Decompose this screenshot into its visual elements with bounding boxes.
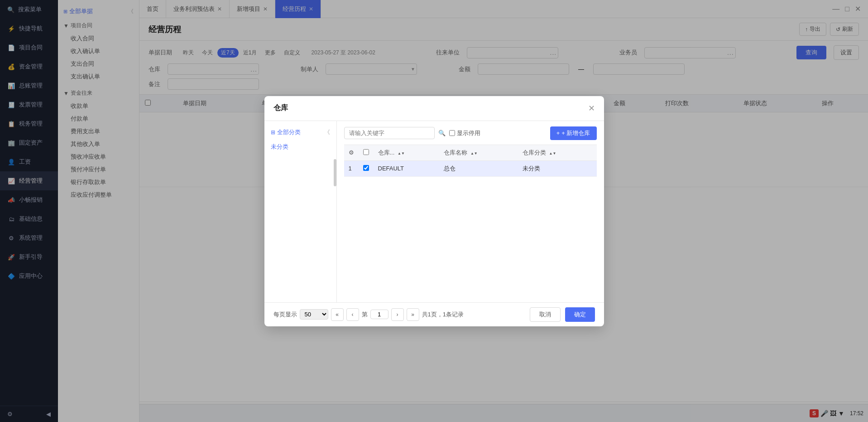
modal-page-label: 第 (362, 310, 368, 319)
sort-code[interactable]: ▲▼ (398, 152, 405, 155)
modal-sidebar-scroll (264, 155, 336, 298)
row-select-1[interactable] (363, 165, 369, 171)
modal-table-header: ⚙ 仓库... ▲▼ 仓库名称 ▲▼ 仓库分类 (344, 145, 597, 160)
confirm-button[interactable]: 确定 (565, 307, 595, 322)
sort-category[interactable]: ▲▼ (549, 152, 556, 155)
show-disabled-checkbox[interactable] (449, 130, 455, 136)
row-id: 1 (344, 160, 359, 176)
modal-toolbar: 🔍 显示停用 + + 新增仓库 (344, 126, 597, 140)
modal-main-content: 🔍 显示停用 + + 新增仓库 ⚙ (337, 121, 604, 302)
modal-overlay: 仓库 ✕ ⊞ 全部分类 《 未分类 (0, 0, 868, 422)
row-category: 未分类 (518, 160, 597, 176)
modal-search-input[interactable] (344, 127, 435, 139)
modal-footer: 每页显示 50 « ‹ 第 › » 共1页，1条记录 取消 确定 (264, 302, 604, 326)
scrollbar-thumb[interactable] (334, 159, 336, 186)
modal-title: 仓库 (273, 103, 288, 113)
modal-last-page[interactable]: » (407, 308, 419, 321)
row-name: 总仓 (439, 160, 518, 176)
show-disabled-label: 显示停用 (449, 129, 480, 137)
modal-search-icon[interactable]: 🔍 (438, 130, 446, 136)
modal-footer-btns: 取消 确定 (530, 307, 595, 322)
modal-per-page-select[interactable]: 50 (300, 309, 328, 320)
grid-icon: ⊞ (271, 129, 275, 136)
modal-total-label: 共1页，1条记录 (422, 310, 464, 319)
modal-first-page[interactable]: « (331, 308, 344, 321)
warehouse-modal: 仓库 ✕ ⊞ 全部分类 《 未分类 (264, 96, 604, 326)
modal-search-wrap: 🔍 显示停用 (344, 127, 480, 139)
all-category[interactable]: ⊞ 全部分类 (271, 128, 301, 136)
modal-prev-page[interactable]: ‹ (346, 308, 359, 321)
modal-col-name: 仓库名称 ▲▼ (439, 145, 518, 160)
modal-col-checkbox[interactable] (359, 145, 374, 160)
modal-col-code: 仓库... ▲▼ (374, 145, 440, 160)
modal-per-page-label: 每页显示 (273, 310, 297, 319)
modal-next-page[interactable]: › (391, 308, 404, 321)
modal-body: ⊞ 全部分类 《 未分类 🔍 (264, 121, 604, 302)
modal-sidebar-header: ⊞ 全部分类 《 (264, 126, 336, 139)
plus-icon: + (556, 130, 560, 136)
cancel-button[interactable]: 取消 (530, 307, 561, 322)
modal-table: ⚙ 仓库... ▲▼ 仓库名称 ▲▼ 仓库分类 (344, 145, 597, 177)
modal-close-btn[interactable]: ✕ (588, 103, 595, 113)
add-warehouse-btn[interactable]: + + 新增仓库 (550, 126, 597, 140)
collapse-modal-sidebar-btn[interactable]: 《 (324, 128, 330, 136)
row-code: DEFAULT (374, 160, 440, 176)
row-checkbox[interactable] (359, 160, 374, 176)
modal-sidebar: ⊞ 全部分类 《 未分类 (264, 121, 337, 302)
modal-sidebar-uncategorized[interactable]: 未分类 (264, 139, 336, 155)
modal-footer-pagination: 每页显示 50 « ‹ 第 › » 共1页，1条记录 (273, 308, 464, 321)
modal-page-input[interactable] (370, 310, 388, 319)
sort-name[interactable]: ▲▼ (470, 152, 478, 155)
modal-table-row-1[interactable]: 1 DEFAULT 总仓 未分类 (344, 160, 597, 176)
modal-select-all[interactable] (363, 149, 369, 155)
modal-col-settings[interactable]: ⚙ (344, 145, 359, 160)
modal-header: 仓库 ✕ (264, 96, 604, 121)
modal-col-category: 仓库分类 ▲▼ (518, 145, 597, 160)
